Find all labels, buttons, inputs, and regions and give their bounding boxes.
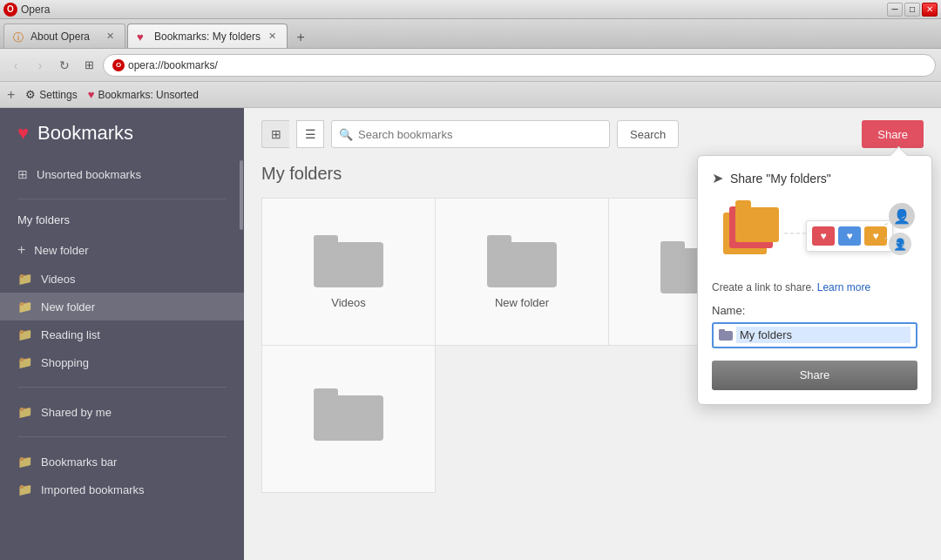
folder-icon-4 xyxy=(314,388,383,441)
new-folder2-icon: 📁 xyxy=(17,300,32,314)
sidebar-divider-3 xyxy=(17,436,227,437)
share-card-blue: ♥ xyxy=(838,226,861,246)
sidebar-divider-2 xyxy=(17,387,227,388)
sidebar-title: Bookmarks xyxy=(37,122,133,145)
tab-bookmarks[interactable]: ♥ Bookmarks: My folders ✕ xyxy=(127,24,288,48)
settings-icon: ⚙ xyxy=(25,88,36,101)
grid-view-btn[interactable]: ⊞ xyxy=(261,120,289,148)
tab-bar: ⓘ About Opera ✕ ♥ Bookmarks: My folders … xyxy=(0,19,941,49)
imported-icon: 📁 xyxy=(17,482,32,496)
person-icon-1: 👤 xyxy=(889,203,915,229)
main-area: ♥ Bookmarks ⊞ Unsorted bookmarks My fold… xyxy=(0,108,941,560)
folder-cell-videos[interactable]: Videos xyxy=(261,198,436,346)
share-card-orange: ♥ xyxy=(864,226,887,246)
about-opera-tab-icon: ⓘ xyxy=(13,30,25,43)
reading-list-icon: 📁 xyxy=(17,327,32,341)
sidebar-section-folders: + New folder 📁 Videos 📁 New folder 📁 Rea… xyxy=(0,230,244,381)
folder-label-videos: Videos xyxy=(331,296,366,309)
grid-view-button[interactable]: ⊞ xyxy=(78,55,99,76)
heart-icon: ♥ xyxy=(88,88,95,101)
sidebar: ♥ Bookmarks ⊞ Unsorted bookmarks My fold… xyxy=(0,108,244,560)
share-name-input-wrap xyxy=(712,322,917,348)
share-name-label: Name: xyxy=(712,304,917,317)
maximize-button[interactable]: □ xyxy=(904,3,920,17)
sidebar-item-shared-by-me[interactable]: 📁 Shared by me xyxy=(0,398,244,426)
sidebar-divider-1 xyxy=(17,199,227,199)
shopping-icon: 📁 xyxy=(17,355,32,369)
share-popup-title: ➤ Share "My folders" xyxy=(712,170,917,186)
videos-folder-icon: 📁 xyxy=(17,272,32,286)
shared-by-me-icon: 📁 xyxy=(17,405,32,419)
address-bar-wrap: O xyxy=(103,54,936,77)
list-view-btn[interactable]: ☰ xyxy=(296,120,324,148)
folder-icon-videos xyxy=(314,235,383,287)
tab-about-opera[interactable]: ⓘ About Opera ✕ xyxy=(3,24,125,48)
bookmarks-add-button[interactable]: + xyxy=(7,87,15,103)
share-name-input[interactable] xyxy=(736,327,911,343)
back-button[interactable]: ‹ xyxy=(5,55,26,76)
sidebar-heart-icon: ♥ xyxy=(17,122,29,145)
minimize-button[interactable]: ─ xyxy=(887,3,903,17)
sidebar-reading-list-label: Reading list xyxy=(41,328,100,341)
bookmarks-bar-item-unsorted[interactable]: ♥ Bookmarks: Unsorted xyxy=(88,88,199,101)
sidebar-item-unsorted[interactable]: ⊞ Unsorted bookmarks xyxy=(0,160,244,188)
share-card-red: ♥ xyxy=(812,226,835,246)
learn-more-link[interactable]: Learn more xyxy=(817,281,870,293)
sidebar-header: ♥ Bookmarks xyxy=(0,108,244,155)
search-input[interactable] xyxy=(358,128,602,141)
about-opera-tab-close[interactable]: ✕ xyxy=(104,30,116,43)
reload-button[interactable]: ↻ xyxy=(54,55,75,76)
address-input[interactable] xyxy=(128,59,926,71)
sidebar-item-new-folder[interactable]: + New folder xyxy=(0,235,244,265)
opera-icon: O xyxy=(112,59,125,71)
sidebar-section-shared: 📁 Shared by me xyxy=(0,393,244,431)
sidebar-section-other: 📁 Bookmarks bar 📁 Imported bookmarks xyxy=(0,442,244,509)
share-popup-title-text: Share "My folders" xyxy=(730,172,831,186)
share-description: Create a link to share. Learn more xyxy=(712,280,917,295)
bookmarks-bar: + ⚙ Settings ♥ Bookmarks: Unsorted xyxy=(0,82,941,108)
new-tab-button[interactable]: + xyxy=(289,27,312,48)
bookmarks-tab-close[interactable]: ✕ xyxy=(266,30,278,43)
bookmarks-bar-item-settings[interactable]: ⚙ Settings xyxy=(25,88,77,101)
folder-cell-new-folder[interactable]: New folder xyxy=(435,198,609,346)
forward-button[interactable]: › xyxy=(30,55,51,76)
sidebar-item-videos[interactable]: 📁 Videos xyxy=(0,265,244,293)
folder-icon-new-folder xyxy=(487,235,557,287)
sidebar-new-folder-label: New folder xyxy=(34,244,88,257)
title-bar: O Opera ─ □ ✕ xyxy=(0,0,941,19)
close-button[interactable]: ✕ xyxy=(922,3,938,17)
bookmarks-bar-icon: 📁 xyxy=(17,455,32,469)
folder-cell-4[interactable] xyxy=(261,345,436,493)
search-icon: 🔍 xyxy=(339,128,353,141)
settings-label: Settings xyxy=(39,89,77,101)
sidebar-group-my-folders: My folders xyxy=(0,205,244,230)
sidebar-item-unsorted-label: Unsorted bookmarks xyxy=(37,168,141,181)
share-popup: ➤ Share "My folders" xyxy=(697,155,932,405)
share-arrow-icon: ➤ xyxy=(712,170,723,186)
sidebar-imported-label: Imported bookmarks xyxy=(41,483,145,496)
new-folder-icon: + xyxy=(17,242,25,258)
unsorted-label: Bookmarks: Unsorted xyxy=(98,89,198,101)
title-bar-controls: ─ □ ✕ xyxy=(887,3,938,17)
share-folder-small-icon xyxy=(719,329,733,341)
share-illustration: ♥ ♥ ♥ 👤 👤 xyxy=(712,199,917,268)
sidebar-item-reading-list[interactable]: 📁 Reading list xyxy=(0,320,244,348)
sidebar-item-bookmarks-bar[interactable]: 📁 Bookmarks bar xyxy=(0,448,244,476)
about-opera-tab-label: About Opera xyxy=(30,30,90,43)
unsorted-icon: ⊞ xyxy=(17,167,28,181)
bookmarks-tab-icon: ♥ xyxy=(137,30,149,43)
content-toolbar: ⊞ ☰ 🔍 Search Share xyxy=(244,108,941,160)
content-area: ⊞ ☰ 🔍 Search Share My folders Videos xyxy=(244,108,941,560)
share-button[interactable]: Share xyxy=(862,120,924,148)
app-title: Opera xyxy=(21,3,50,16)
sidebar-item-new-folder2[interactable]: 📁 New folder xyxy=(0,293,244,320)
sidebar-item-shopping[interactable]: 📁 Shopping xyxy=(0,348,244,376)
share-popup-button[interactable]: Share xyxy=(712,361,917,390)
sidebar-item-imported[interactable]: 📁 Imported bookmarks xyxy=(0,476,244,503)
sidebar-shopping-label: Shopping xyxy=(41,356,89,369)
sidebar-videos-label: Videos xyxy=(41,273,76,286)
opera-logo: O xyxy=(3,3,17,17)
folder-label-new-folder: New folder xyxy=(495,296,549,309)
search-button[interactable]: Search xyxy=(617,120,679,148)
sidebar-shared-by-me-label: Shared by me xyxy=(41,406,112,419)
